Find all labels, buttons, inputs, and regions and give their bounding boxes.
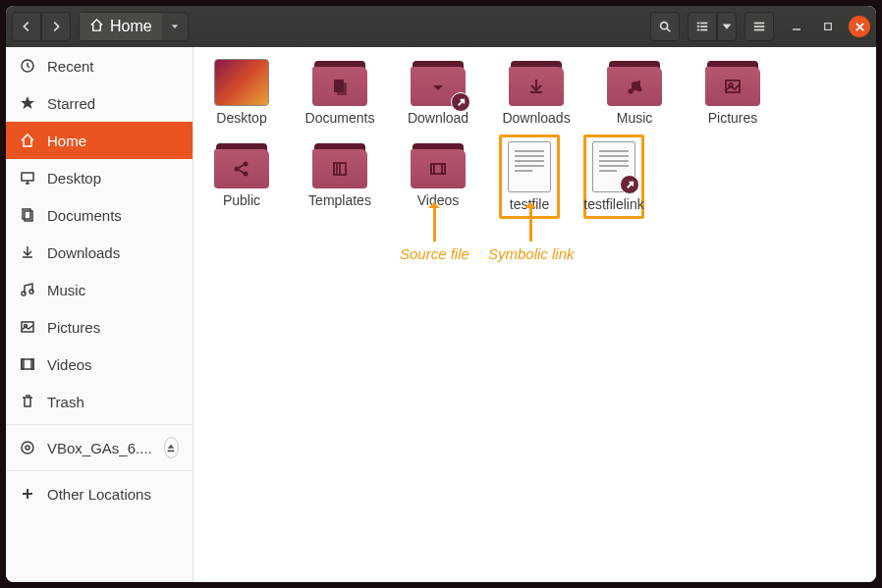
svg-point-23	[26, 446, 29, 450]
sidebar-mount-vbox[interactable]: VBox_GAs_6....	[6, 429, 193, 466]
svg-rect-4	[700, 26, 707, 27]
star-icon	[20, 95, 35, 111]
sidebar-item-starred[interactable]: Starred	[6, 84, 193, 122]
folder-icon	[411, 141, 466, 188]
downloads-icon	[20, 244, 35, 260]
file-item-music[interactable]: Music	[604, 59, 665, 126]
sidebar-item-label: Other Locations	[47, 486, 151, 503]
svg-point-26	[629, 89, 634, 94]
svg-point-27	[637, 87, 642, 92]
file-label: Desktop	[216, 110, 266, 126]
svg-rect-21	[31, 359, 33, 369]
sidebar-item-label: Downloads	[47, 244, 120, 261]
pictures-emblem-icon	[723, 77, 743, 96]
close-button[interactable]	[849, 16, 870, 37]
folder-icon	[705, 59, 760, 106]
search-button[interactable]	[650, 12, 680, 41]
share-emblem-icon	[232, 159, 251, 179]
sidebar-item-music[interactable]: Music	[6, 271, 193, 308]
sidebar-item-pictures[interactable]: Pictures	[6, 308, 193, 346]
sidebar-item-label: Music	[47, 282, 85, 298]
file-item-desktop[interactable]: Desktop	[211, 59, 272, 126]
templates-emblem-icon	[330, 159, 350, 179]
svg-rect-6	[700, 29, 707, 31]
svg-point-22	[22, 442, 33, 454]
svg-rect-9	[754, 29, 765, 31]
music-emblem-icon	[625, 77, 644, 96]
file-label: Download	[408, 110, 469, 126]
forward-button[interactable]	[41, 12, 71, 41]
svg-point-16	[29, 290, 33, 294]
sidebar-item-label: Documents	[47, 207, 122, 224]
downloads-emblem-icon	[428, 77, 448, 96]
file-item-pictures[interactable]: Pictures	[702, 59, 763, 126]
back-button[interactable]	[12, 12, 41, 41]
path-home-segment[interactable]: Home	[80, 13, 162, 40]
path-dropdown[interactable]	[162, 13, 188, 40]
desktop-icon	[20, 170, 35, 186]
annotation-source-file: Source file	[400, 204, 469, 262]
clock-icon	[20, 58, 35, 74]
videos-icon	[20, 356, 35, 372]
file-item-templates[interactable]: Templates	[309, 141, 370, 212]
sidebar-item-label: Desktop	[47, 170, 101, 187]
sidebar-item-recent[interactable]: Recent	[6, 47, 193, 84]
arrow-icon	[433, 204, 436, 241]
file-item-downloads[interactable]: Downloads	[506, 59, 567, 126]
sidebar-item-label: Videos	[47, 356, 92, 373]
sidebar-item-downloads[interactable]: Downloads	[6, 234, 193, 271]
svg-point-31	[244, 162, 248, 167]
sidebar-item-videos[interactable]: Videos	[6, 346, 193, 383]
svg-rect-1	[697, 23, 700, 25]
hamburger-menu-button[interactable]	[744, 12, 774, 41]
file-label: Downloads	[502, 110, 570, 126]
svg-rect-8	[754, 26, 765, 27]
file-label: testfilelink	[583, 196, 643, 212]
view-dropdown-button[interactable]	[717, 12, 737, 41]
sidebar-item-label: Pictures	[47, 319, 100, 336]
svg-rect-5	[697, 29, 700, 31]
svg-point-32	[244, 172, 248, 177]
svg-rect-25	[337, 82, 347, 95]
file-view[interactable]: Desktop Documents Download Downloads	[193, 47, 876, 582]
file-item-testfilelink[interactable]: testfilelink	[583, 134, 644, 219]
nav-buttons	[12, 12, 71, 41]
sidebar-item-documents[interactable]: Documents	[6, 196, 193, 234]
pictures-icon	[20, 319, 35, 335]
view-list-button[interactable]	[688, 12, 717, 41]
svg-rect-12	[22, 173, 33, 181]
sidebar-other-locations[interactable]: Other Locations	[6, 475, 193, 512]
trash-icon	[20, 394, 35, 409]
file-item-public[interactable]: Public	[211, 141, 272, 212]
file-manager-window: Home	[6, 6, 876, 582]
eject-button[interactable]	[164, 437, 179, 458]
annotation-symbolic-link: Symbolic link	[488, 204, 575, 262]
symlink-badge-icon	[620, 175, 639, 194]
file-item-download-link[interactable]: Download	[408, 59, 469, 126]
sidebar: Recent Starred Home Desktop Documents Do…	[6, 47, 193, 582]
file-label: Pictures	[708, 110, 758, 126]
svg-point-0	[661, 23, 668, 29]
folder-icon	[312, 141, 367, 188]
text-file-icon	[508, 141, 551, 192]
desktop-thumbnail-icon	[214, 59, 269, 106]
window-controls	[786, 16, 870, 37]
sidebar-item-trash[interactable]: Trash	[6, 383, 193, 420]
symlink-badge-icon	[451, 92, 470, 112]
music-icon	[20, 282, 35, 297]
documents-icon	[20, 207, 35, 223]
svg-rect-35	[431, 164, 434, 174]
file-item-documents[interactable]: Documents	[309, 59, 370, 126]
svg-rect-3	[697, 26, 700, 27]
folder-icon	[607, 59, 662, 106]
folder-icon	[312, 59, 367, 106]
file-label: Public	[223, 192, 260, 208]
sidebar-item-home[interactable]: Home	[6, 122, 193, 159]
path-label: Home	[110, 18, 152, 35]
svg-rect-7	[754, 23, 765, 25]
file-label: Music	[617, 110, 653, 126]
svg-point-15	[22, 292, 26, 295]
minimize-button[interactable]	[786, 16, 807, 37]
sidebar-item-desktop[interactable]: Desktop	[6, 159, 193, 196]
maximize-button[interactable]	[817, 16, 839, 37]
